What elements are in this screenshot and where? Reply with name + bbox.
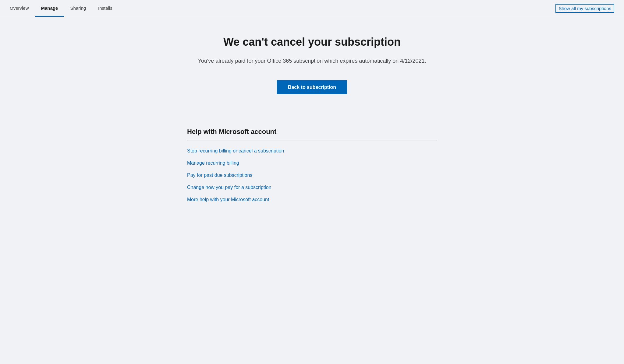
help-section: Help with Microsoft account Stop recurri… [175, 128, 449, 202]
help-link-change-pay[interactable]: Change how you pay for a subscription [187, 185, 437, 190]
cancel-error-section: We can't cancel your subscription You've… [175, 17, 449, 128]
help-link-pay-past-due[interactable]: Pay for past due subscriptions [187, 173, 437, 178]
tab-overview[interactable]: Overview [10, 0, 35, 17]
help-heading: Help with Microsoft account [187, 128, 437, 136]
tab-installs[interactable]: Installs [92, 0, 119, 17]
help-links-list: Stop recurring billing or cancel a subsc… [187, 148, 437, 202]
help-divider [187, 141, 437, 141]
main-content: We can't cancel your subscription You've… [0, 17, 624, 202]
tab-manage[interactable]: Manage [35, 0, 64, 17]
page-description: You've already paid for your Office 365 … [187, 57, 437, 65]
navigation-bar: Overview Manage Sharing Installs Show al… [0, 0, 624, 17]
back-to-subscription-button[interactable]: Back to subscription [277, 80, 347, 94]
help-link-more-help[interactable]: More help with your Microsoft account [187, 197, 437, 202]
help-link-stop-recurring[interactable]: Stop recurring billing or cancel a subsc… [187, 148, 437, 154]
nav-tabs: Overview Manage Sharing Installs [10, 0, 119, 17]
help-link-manage-recurring[interactable]: Manage recurring billing [187, 160, 437, 166]
show-all-subscriptions-link[interactable]: Show all my subscriptions [555, 4, 614, 13]
page-heading: We can't cancel your subscription [187, 35, 437, 48]
tab-sharing[interactable]: Sharing [64, 0, 92, 17]
